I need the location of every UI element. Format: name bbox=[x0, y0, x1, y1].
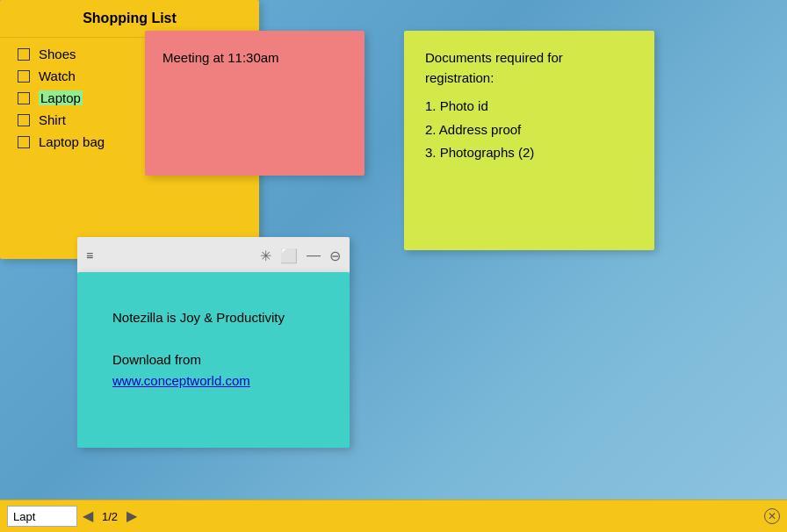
list-item: 2. Address proof bbox=[425, 120, 633, 140]
shopping-item-label: Laptop bbox=[39, 90, 83, 105]
list-item: 3. Photographs (2) bbox=[425, 143, 633, 163]
shopping-item-label: Shoes bbox=[39, 47, 76, 61]
list-item: 1. Photo id bbox=[425, 97, 633, 117]
pin-icon[interactable]: ✳ bbox=[260, 248, 271, 264]
checkbox-icon[interactable] bbox=[18, 136, 30, 148]
shopping-item-label: Laptop bag bbox=[39, 134, 105, 149]
meeting-note: Meeting at 11:30am bbox=[145, 31, 365, 176]
documents-note: Documents required for registration: 1. … bbox=[404, 31, 654, 250]
notezilla-link[interactable]: www.conceptworld.com bbox=[112, 373, 250, 388]
documents-title: Documents required for registration: bbox=[425, 48, 633, 88]
crop-icon[interactable]: ⬜ bbox=[280, 248, 298, 264]
notezilla-line2: Download from bbox=[112, 349, 314, 370]
search-input[interactable] bbox=[7, 506, 77, 527]
shopping-item-label: Watch bbox=[39, 68, 76, 83]
page-count: 1/2 bbox=[102, 510, 118, 523]
shopping-item-label: Shirt bbox=[39, 112, 66, 127]
search-close-button[interactable]: ✕ bbox=[764, 508, 780, 524]
next-button[interactable]: ▶ bbox=[125, 509, 139, 523]
notezilla-note: Notezilla is Joy & Productivity Download… bbox=[77, 272, 350, 448]
meeting-text: Meeting at 11:30am bbox=[162, 50, 279, 65]
checkbox-icon[interactable] bbox=[18, 92, 30, 104]
minimize-icon[interactable]: — bbox=[307, 248, 321, 263]
hamburger-icon[interactable]: ≡ bbox=[86, 248, 93, 262]
checkbox-icon[interactable] bbox=[18, 48, 30, 61]
shopping-footer: ◀ 1/2 ▶ ✕ bbox=[0, 500, 787, 532]
documents-list: 1. Photo id 2. Address proof 3. Photogra… bbox=[425, 97, 633, 163]
close-icon[interactable]: ⊖ bbox=[329, 248, 341, 264]
checkbox-icon[interactable] bbox=[18, 70, 30, 83]
notezilla-header: ≡ ✳ ⬜ — ⊖ bbox=[77, 237, 350, 274]
prev-button[interactable]: ◀ bbox=[81, 509, 95, 523]
notezilla-line1: Notezilla is Joy & Productivity bbox=[112, 307, 314, 328]
checkbox-icon[interactable] bbox=[18, 114, 30, 126]
